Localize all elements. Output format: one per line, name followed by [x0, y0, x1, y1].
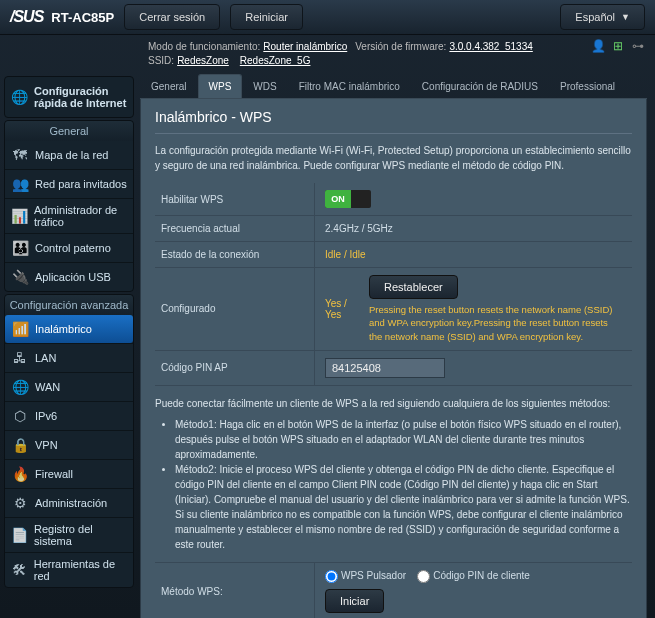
page-title: Inalámbrico - WPS — [155, 109, 632, 134]
sidebar-label: Administración — [35, 497, 107, 509]
enable-wps-label: Habilitar WPS — [155, 183, 315, 215]
sidebar-item-general-2[interactable]: 📊Administrador de tráfico — [5, 198, 133, 233]
sidebar-item-adv-8[interactable]: 🛠Herramientas de red — [5, 552, 133, 587]
sidebar-label: Administrador de tráfico — [34, 204, 127, 228]
enable-wps-toggle[interactable]: ON — [325, 190, 371, 208]
sidebar-label: Mapa de la red — [35, 149, 108, 161]
sidebar-item-adv-5[interactable]: 🔥Firewall — [5, 459, 133, 488]
configured-label: Configurado — [155, 268, 315, 350]
tab-professional[interactable]: Professional — [549, 74, 626, 98]
sidebar: 🌐 Configuración rápida de Internet Gener… — [0, 72, 138, 618]
configured-value: Yes / Yes — [325, 298, 361, 320]
ssid-label: SSID: — [148, 55, 174, 66]
sidebar-label: Control paterno — [35, 242, 111, 254]
sidebar-item-general-4[interactable]: 🔌Aplicación USB — [5, 262, 133, 291]
sidebar-general-title: General — [5, 121, 133, 141]
language-label: Español — [575, 11, 615, 23]
sidebar-item-general-3[interactable]: 👪Control paterno — [5, 233, 133, 262]
firmware-value[interactable]: 3.0.0.4.382_51334 — [449, 41, 532, 52]
reboot-button[interactable]: Reiniciar — [230, 4, 303, 30]
sidebar-item-adv-6[interactable]: ⚙Administración — [5, 488, 133, 517]
page-description: La configuración protegida mediante Wi-F… — [155, 144, 632, 173]
method-1: Método1: Haga clic en el botón WPS de la… — [175, 417, 632, 462]
ssid-bar: SSID: RedesZone RedesZone_5G — [0, 55, 655, 72]
sidebar-item-adv-1[interactable]: 🖧LAN — [5, 343, 133, 372]
method-2: Método2: Inicie el proceso WPS del clien… — [175, 462, 632, 552]
sidebar-item-adv-0[interactable]: 📶Inalámbrico — [5, 315, 133, 343]
nav-icon: 🔥 — [11, 465, 29, 483]
sidebar-item-adv-7[interactable]: 📄Registro del sistema — [5, 517, 133, 552]
nav-icon: 📊 — [11, 207, 28, 225]
nav-icon: ⚙ — [11, 494, 29, 512]
sidebar-item-adv-2[interactable]: 🌐WAN — [5, 372, 133, 401]
globe-icon: 🌐 — [11, 88, 28, 106]
wps-push-radio[interactable]: WPS Pulsador — [325, 570, 406, 581]
info-bar: Modo de funcionamiento: Router inalámbri… — [0, 35, 655, 55]
tab-general[interactable]: General — [140, 74, 198, 98]
wps-pin-radio[interactable]: Código PIN de cliente — [417, 570, 530, 581]
nav-icon: ⬡ — [11, 407, 29, 425]
sidebar-label: WAN — [35, 381, 60, 393]
sidebar-item-general-0[interactable]: 🗺Mapa de la red — [5, 141, 133, 169]
topbar: /SUS RT-AC85P Cerrar sesión Reiniciar Es… — [0, 0, 655, 35]
usb-icon[interactable]: ⊶ — [631, 39, 645, 53]
frequency-value: 2.4GHz / 5GHz — [315, 216, 632, 241]
logout-button[interactable]: Cerrar sesión — [124, 4, 220, 30]
pin-label: Código PIN AP — [155, 351, 315, 385]
sidebar-label: Inalámbrico — [35, 323, 92, 335]
sidebar-label: Configuración rápida de Internet — [34, 85, 127, 109]
nav-icon: 🗺 — [11, 146, 29, 164]
model-name: RT-AC85P — [51, 10, 114, 25]
ssid2-value: RedesZone_5G — [240, 55, 311, 66]
start-button[interactable]: Iniciar — [325, 589, 384, 613]
nav-icon: 👥 — [11, 175, 29, 193]
client-icon[interactable]: 👤 — [591, 39, 605, 53]
ap-pin-input[interactable] — [325, 358, 445, 378]
connection-status-value: Idle / Idle — [315, 242, 632, 267]
sidebar-advanced-title: Configuración avanzada — [5, 295, 133, 315]
nav-icon: 📄 — [11, 526, 28, 544]
sidebar-item-adv-4[interactable]: 🔒VPN — [5, 430, 133, 459]
wps-method-label: Método WPS: — [155, 563, 315, 618]
sidebar-item-adv-3[interactable]: ⬡IPv6 — [5, 401, 133, 430]
nav-icon: 🔒 — [11, 436, 29, 454]
sidebar-quick-setup[interactable]: 🌐 Configuración rápida de Internet — [5, 77, 133, 117]
nav-icon: 🌐 — [11, 378, 29, 396]
tab-configuración-de-radius[interactable]: Configuración de RADIUS — [411, 74, 549, 98]
brand-logo: /SUS — [10, 8, 43, 26]
sidebar-label: Red para invitados — [35, 178, 127, 190]
network-icon[interactable]: ⊞ — [611, 39, 625, 53]
firmware-label: Versión de firmware: — [355, 41, 446, 52]
sidebar-label: IPv6 — [35, 410, 57, 422]
ssid1-value: RedesZone — [177, 55, 229, 66]
sidebar-label: Herramientas de red — [34, 558, 127, 582]
chevron-down-icon: ▼ — [621, 12, 630, 22]
sidebar-label: Aplicación USB — [35, 271, 111, 283]
tab-wps[interactable]: WPS — [198, 74, 243, 98]
methods-intro: Puede conectar fácilmente un cliente de … — [155, 396, 632, 411]
sidebar-label: Firewall — [35, 468, 73, 480]
nav-icon: 🖧 — [11, 349, 29, 367]
tab-wds[interactable]: WDS — [242, 74, 287, 98]
nav-icon: 👪 — [11, 239, 29, 257]
language-selector[interactable]: Español ▼ — [560, 4, 645, 30]
reset-button[interactable]: Restablecer — [369, 275, 458, 299]
content-panel: Inalámbrico - WPS La configuración prote… — [140, 99, 647, 618]
nav-icon: 📶 — [11, 320, 29, 338]
mode-value[interactable]: Router inalámbrico — [263, 41, 347, 52]
sidebar-label: LAN — [35, 352, 56, 364]
reset-warning: Pressing the reset button resets the net… — [369, 304, 612, 342]
nav-icon: 🛠 — [11, 561, 28, 579]
mode-label: Modo de funcionamiento: — [148, 41, 260, 52]
tab-filtro-mac-inalámbrico[interactable]: Filtro MAC inalámbrico — [288, 74, 411, 98]
sidebar-label: Registro del sistema — [34, 523, 127, 547]
sidebar-item-general-1[interactable]: 👥Red para invitados — [5, 169, 133, 198]
nav-icon: 🔌 — [11, 268, 29, 286]
tab-bar: GeneralWPSWDSFiltro MAC inalámbricoConfi… — [140, 74, 647, 99]
connection-status-label: Estado de la conexión — [155, 242, 315, 267]
frequency-label: Frecuencia actual — [155, 216, 315, 241]
sidebar-label: VPN — [35, 439, 58, 451]
